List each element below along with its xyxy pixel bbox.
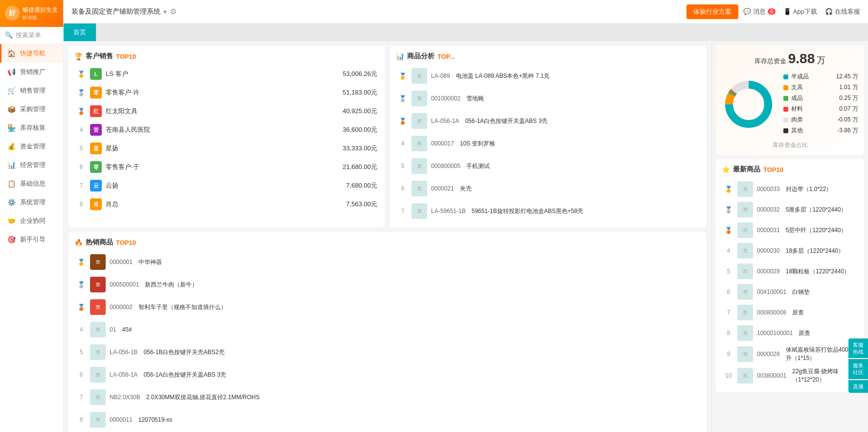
- sidebar-item-1[interactable]: 📢营销推广: [0, 63, 63, 81]
- product-right-num-4: 5: [398, 163, 408, 169]
- product-right-code-5: 0000021: [431, 185, 454, 192]
- rank-num-5: 6: [76, 164, 86, 170]
- customer-amount-1: 51,183.00元: [343, 88, 377, 97]
- newest-thumb-1: 图: [737, 202, 753, 217]
- sidebar-item-8[interactable]: ⚙️系统管理: [0, 193, 63, 212]
- nav-icon-0: 🏠: [6, 49, 16, 57]
- hot-products-card: 🔥 热销商品 TOP10 🥇 图 0000001 中华神器 🥈 图 000500…: [69, 232, 707, 432]
- product-analysis-card: 📊 商品分析 TOP... 🥇 图 LA-089 电池盖 LA-089 ABS本…: [390, 46, 707, 227]
- float-service-btn-1[interactable]: 服务社区: [848, 359, 868, 379]
- product-right-name-2: 056-1A白色按键开关盖ABS 3壳: [465, 117, 699, 125]
- customer-amount-4: 33,333.00元: [343, 144, 377, 153]
- newest-thumb-3: 图: [737, 243, 753, 259]
- system-title: 装备及固定资产辅助管理系统: [71, 7, 160, 16]
- sidebar: 好 畅捷通好生意 标准版 🔍 搜索菜单 🏠快捷导航📢营销推广🛒销售管理📦采购管理…: [0, 0, 64, 432]
- legend-item-3: 材料 0.07 万: [783, 105, 858, 113]
- hot-code-4: LA-056-1B: [110, 349, 137, 356]
- newest-thumb-7: 图: [737, 325, 753, 341]
- sidebar-nav: 🏠快捷导航📢营销推广🛒销售管理📦采购管理🏪库存核算💰资金管理📊经营管理📋基础信息…: [0, 44, 63, 432]
- float-service-btn-0[interactable]: 客服热线: [848, 338, 868, 359]
- app-download-btn[interactable]: 📱 App下载: [783, 7, 817, 16]
- hot-name-4: 056-1B白色按键开关壳ABS2壳: [143, 348, 699, 357]
- nav-label-9: 企业协同: [20, 216, 46, 225]
- nav-label-5: 资金管理: [20, 142, 46, 151]
- sidebar-item-5[interactable]: 💰资金管理: [0, 137, 63, 156]
- medal-icon-1: 🥈: [76, 89, 86, 96]
- newest-name-5: 白钢垫: [792, 288, 856, 296]
- nav-icon-1: 📢: [6, 68, 16, 76]
- hot-product-item-6: 7 图 NB2.0X30B 2.0X30MM双搓花轴,搓花直径2.1MM/ROH…: [74, 387, 701, 408]
- hot-name-1: 新西兰牛肉（新牛）: [145, 281, 699, 289]
- customer-rank-item-7: 8 肖 肖总 7,563.00元: [74, 196, 379, 213]
- hot-name-0: 中华神器: [138, 258, 699, 266]
- legend-label-3: 材料: [791, 105, 836, 113]
- newest-code-3: 0000030: [757, 247, 780, 254]
- product-right-name-4: 手机测试: [466, 162, 699, 170]
- hot-thumb-1: 图: [90, 277, 106, 292]
- product-right-code-3: 0000017: [431, 140, 454, 147]
- newest-name-9: 22g鱼豆腐·烧烤味（1*12*20）: [792, 367, 856, 384]
- newest-medal-2: 🥉: [724, 227, 733, 234]
- hot-num-3: 4: [76, 326, 86, 333]
- hot-medal-1: 🥈: [76, 281, 86, 288]
- sidebar-item-0[interactable]: 🏠快捷导航: [0, 44, 63, 63]
- newest-code-9: 003800001: [757, 372, 786, 379]
- newest-code-2: 0000031: [757, 227, 780, 234]
- product-right-name-6: 59651-1B旋转投影灯电池盒ABS黑色+58壳: [472, 207, 699, 216]
- search-menu[interactable]: 🔍 搜索菜单: [0, 27, 63, 44]
- hot-thumb-5: 图: [90, 367, 106, 383]
- product-right-num-5: 6: [398, 185, 408, 192]
- legend-dot-0: [783, 74, 788, 79]
- sidebar-item-10[interactable]: 🎯新手引导: [0, 230, 63, 249]
- message-btn[interactable]: 💬 消息 6: [743, 7, 776, 16]
- legend-dot-4: [783, 118, 788, 122]
- experience-btn[interactable]: 体验行业方案: [686, 4, 738, 19]
- newest-medal-0: 🥇: [724, 186, 733, 193]
- newest-products-title: ⭐ 最新商品 TOP10: [722, 165, 858, 174]
- sidebar-item-6[interactable]: 📊经营管理: [0, 156, 63, 174]
- newest-products-list: 🥇 图 0000033 封边带（1.0*22） 🥈 图 0000032 5厘多层…: [722, 179, 858, 386]
- sidebar-item-7[interactable]: 📋基础信息: [0, 174, 63, 193]
- tab-home[interactable]: 首页: [64, 24, 96, 41]
- hot-thumb-6: 图: [90, 389, 106, 405]
- sidebar-item-4[interactable]: 🏪库存核算: [0, 119, 63, 137]
- nav-label-4: 库存核算: [20, 123, 46, 132]
- newest-item-9: 10 图 003800001 22g鱼豆腐·烧烤味（1*12*20）: [722, 365, 858, 386]
- newest-num-9: 10: [724, 372, 733, 379]
- customer-avatar-1: 零: [90, 87, 102, 98]
- customer-amount-2: 40,925.00元: [343, 107, 377, 116]
- newest-item-7: 8 图 10000100001 原查: [722, 323, 858, 343]
- dropdown-icon[interactable]: ▾: [163, 8, 167, 16]
- nav-label-1: 营销推广: [20, 68, 46, 76]
- sidebar-item-9[interactable]: 🤝企业协同: [0, 212, 63, 230]
- customer-name-0: LS 客户: [106, 70, 339, 78]
- customer-rank-item-0: 🥇 L LS 客户 53,006.26元: [74, 66, 379, 82]
- customer-name-2: 红太阳文具: [106, 107, 339, 116]
- legend-item-5: 其他 -3.86 万: [783, 126, 858, 135]
- hot-product-item-5: 6 图 LA-056-1A 056-1A白色按键开关盖ABS 3壳: [74, 364, 701, 385]
- right-panel: 库存总资金 9.88 万: [711, 41, 868, 432]
- settings-icon[interactable]: ⚙: [170, 7, 177, 16]
- nav-icon-9: 🤝: [6, 217, 16, 225]
- product-analysis-title: 📊 商品分析 TOP...: [396, 52, 701, 61]
- newest-item-5: 6 图 004100001 白钢垫: [722, 282, 858, 302]
- star-icon: ⭐: [722, 166, 730, 173]
- newest-thumb-9: 图: [737, 368, 753, 384]
- hot-name-3: 45#: [122, 326, 699, 333]
- rank-num-7: 8: [76, 201, 86, 208]
- online-service-btn[interactable]: 🎧 在线客服: [825, 7, 860, 16]
- product-right-name-3: 10S 变刹罗猴: [460, 140, 699, 148]
- fire-icon: 🔥: [74, 239, 83, 246]
- sidebar-item-3[interactable]: 📦采购管理: [0, 100, 63, 119]
- legend-value-3: 0.07 万: [839, 105, 858, 113]
- float-service-btn-2[interactable]: 直播: [848, 380, 868, 393]
- product-right-medal-2: 🥉: [398, 118, 408, 125]
- newest-name-4: 18颗粒板（1220*2440）: [786, 267, 856, 276]
- customer-name-5: 零售客户·于: [106, 163, 339, 171]
- hot-product-item-4: 5 图 LA-056-1B 056-1B白色按键开关壳ABS2壳: [74, 342, 701, 362]
- newest-name-3: 18多层（1220*2440）: [786, 247, 856, 255]
- newest-code-8: 0000028: [757, 351, 780, 358]
- product-right-code-6: LA-59651-1B: [431, 208, 466, 215]
- legend-label-0: 半成品: [791, 72, 833, 81]
- sidebar-item-2[interactable]: 🛒销售管理: [0, 81, 63, 100]
